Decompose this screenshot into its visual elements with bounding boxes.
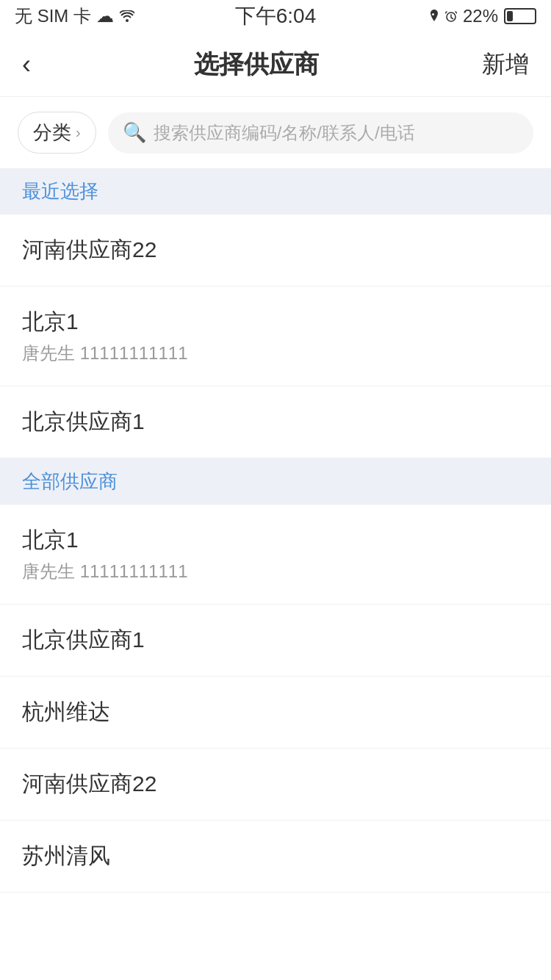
item-name: 北京供应商1 — [22, 407, 529, 437]
add-new-button[interactable]: 新增 — [482, 48, 529, 81]
recent-section-label: 最近选择 — [22, 180, 98, 202]
recent-section-header: 最近选择 — [0, 168, 551, 215]
item-name: 北京1 — [22, 307, 529, 337]
all-section-header: 全部供应商 — [0, 458, 551, 505]
status-right: 22% — [429, 6, 536, 26]
all-items-list: 北京1 唐先生 11111111111 北京供应商1 杭州维达 河南供应商22 … — [0, 505, 551, 893]
chevron-right-icon: › — [76, 124, 81, 141]
battery-percent: 22% — [463, 6, 498, 26]
item-name: 河南供应商22 — [22, 235, 529, 265]
battery-icon — [504, 8, 536, 24]
list-item[interactable]: 北京1 唐先生 11111111111 — [0, 505, 551, 605]
item-sub: 唐先生 11111111111 — [22, 342, 529, 365]
status-left: 无 SIM 卡 ☁ — [15, 4, 134, 28]
item-name: 北京供应商1 — [22, 625, 529, 655]
category-button[interactable]: 分类 › — [18, 112, 96, 154]
list-item[interactable]: 苏州清风 — [0, 821, 551, 893]
item-name: 苏州清风 — [22, 841, 529, 871]
sim-status: 无 SIM 卡 ☁ — [15, 4, 114, 28]
search-placeholder: 搜索供应商编码/名称/联系人/电话 — [154, 121, 415, 145]
list-item[interactable]: 北京供应商1 — [0, 386, 551, 458]
list-item[interactable]: 北京供应商1 — [0, 605, 551, 677]
list-item[interactable]: 北京1 唐先生 11111111111 — [0, 287, 551, 386]
location-icon — [429, 10, 439, 23]
page-title: 选择供应商 — [194, 48, 319, 82]
all-section-label: 全部供应商 — [22, 470, 118, 492]
search-bar: 分类 › 🔍 搜索供应商编码/名称/联系人/电话 — [0, 97, 551, 168]
item-sub: 唐先生 11111111111 — [22, 560, 529, 583]
list-item[interactable]: 河南供应商22 — [0, 749, 551, 821]
search-icon: 🔍 — [123, 121, 146, 144]
status-time: 下午6:04 — [235, 2, 317, 30]
back-button[interactable]: ‹ — [22, 49, 31, 80]
status-bar: 无 SIM 卡 ☁ 下午6:04 22% — [0, 0, 551, 32]
list-item[interactable]: 杭州维达 — [0, 677, 551, 749]
list-item[interactable]: 河南供应商22 — [0, 215, 551, 287]
wifi-icon — [120, 10, 134, 22]
item-name: 杭州维达 — [22, 697, 529, 727]
nav-bar: ‹ 选择供应商 新增 — [0, 32, 551, 97]
recent-items-list: 河南供应商22 北京1 唐先生 11111111111 北京供应商1 — [0, 215, 551, 458]
alarm-icon — [445, 10, 457, 23]
search-input-wrap[interactable]: 🔍 搜索供应商编码/名称/联系人/电话 — [108, 112, 533, 154]
item-name: 河南供应商22 — [22, 769, 529, 799]
item-name: 北京1 — [22, 525, 529, 555]
category-label: 分类 — [33, 120, 71, 145]
